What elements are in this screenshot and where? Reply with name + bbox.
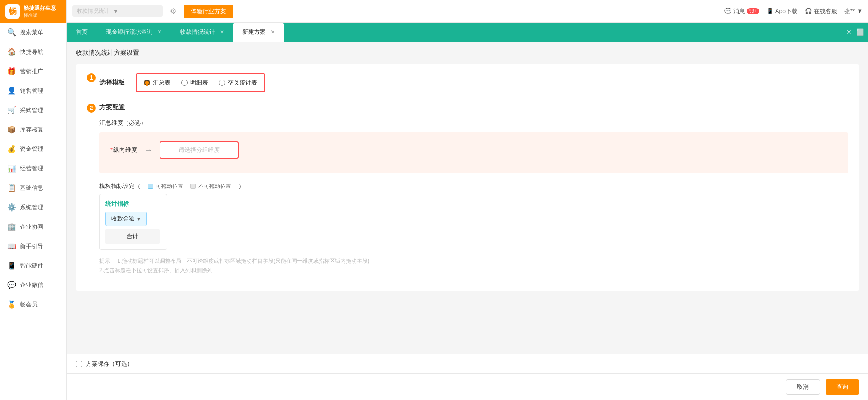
member-icon: 🏅	[7, 300, 16, 309]
close-window-icon[interactable]: ✕	[844, 28, 854, 37]
section2-title: 方案配置	[99, 104, 125, 111]
message-btn[interactable]: 💬 消息 99+	[724, 7, 759, 15]
query-button[interactable]: 查询	[826, 379, 859, 395]
quick-nav-label: 快捷导航	[20, 48, 43, 56]
tab-0[interactable]: 首页	[67, 23, 97, 42]
tabs-bar: 首页现金银行流水查询✕收款情况统计✕新建方案✕ ✕ ⬜	[67, 23, 868, 42]
sidebar-item-purchase[interactable]: 🛒 采购管理	[0, 100, 66, 120]
radio-input-cross[interactable]	[219, 80, 225, 86]
arrow-icon: →	[144, 146, 152, 155]
app-icon: 📱	[766, 8, 774, 14]
sidebar-item-search-menu[interactable]: 🔍 搜索菜单	[0, 23, 66, 42]
metrics-section-label: 统计指标	[105, 200, 161, 208]
logo-icon: 畅	[5, 4, 20, 19]
metrics-table: 统计指标 收款金额 ▼ 合计	[99, 194, 167, 250]
sidebar-item-smart-hw[interactable]: 📱 智能硬件	[0, 256, 66, 275]
sidebar-item-enterprise[interactable]: 🏢 企业协同	[0, 217, 66, 236]
wechat-icon: 💬	[7, 281, 16, 289]
tab-close-3[interactable]: ✕	[270, 29, 275, 35]
tab-3[interactable]: 新建方案✕	[233, 23, 284, 42]
tab-label-1: 现金银行流水查询	[106, 28, 153, 36]
tab-2[interactable]: 收款情况统计✕	[171, 23, 233, 42]
metrics-total-label: 合计	[127, 232, 138, 240]
main-card: 1 选择模板 汇总表 明细表 交叉统计表	[76, 64, 859, 291]
sales-label: 销售管理	[20, 87, 43, 95]
page-title: 收款情况统计方案设置	[76, 49, 859, 57]
movable-legend: 可拖动位置	[148, 183, 183, 190]
system-icon: ⚙️	[7, 203, 16, 212]
purchase-label: 采购管理	[20, 106, 43, 114]
finance-icon: 💰	[7, 145, 16, 153]
save-label: 方案保存（可选）	[86, 360, 133, 368]
online-service-label: 在线客服	[814, 7, 837, 15]
hint-0: 提示： 1.拖动标题栏可以调整布局，不可跨维度或指标区域拖动栏目字段(只能在同一…	[99, 257, 848, 265]
metrics-tag-label: 收款金额	[111, 215, 135, 223]
sidebar-item-wechat[interactable]: 💬 企业微信	[0, 275, 66, 295]
metrics-section: 模板指标设定（ 可拖动位置 不可拖动位置 ）	[99, 182, 848, 274]
metrics-tag[interactable]: 收款金额 ▼	[105, 212, 147, 226]
footer-save: 方案保存（可选）	[67, 354, 868, 373]
finance-label: 资金管理	[20, 145, 43, 153]
fixed-dot	[190, 184, 196, 189]
wechat-label: 企业微信	[20, 281, 43, 289]
quick-nav-icon: 🏠	[7, 47, 16, 56]
metrics-tag-row: 收款金额 ▼	[105, 212, 161, 226]
radio-option-cross[interactable]: 交叉统计表	[219, 79, 257, 87]
tab-label-0: 首页	[76, 28, 88, 36]
sidebar-item-marketing[interactable]: 🎁 营销推广	[0, 61, 66, 81]
online-service-btn[interactable]: 🎧 在线客服	[805, 7, 837, 15]
topbar: 收款情况统计 ▼ ⚙ 体验行业方案 💬 消息 99+ 📱 App下载 🎧 在线客…	[67, 0, 868, 23]
search-menu-icon: 🔍	[7, 28, 16, 37]
dimension-area: 纵向维度 → 请选择分组维度	[99, 132, 848, 173]
topbar-breadcrumb: 收款情况统计 ▼	[72, 5, 163, 17]
search-menu-label: 搜索菜单	[20, 28, 43, 37]
hint-area: 提示： 1.拖动标题栏可以调整布局，不可跨维度或指标区域拖动栏目字段(只能在同一…	[99, 257, 848, 274]
message-icon: 💬	[724, 8, 731, 14]
radio-option-summary[interactable]: 汇总表	[144, 79, 170, 87]
dimension-select[interactable]: 请选择分组维度	[160, 141, 239, 159]
radio-input-summary[interactable]	[144, 80, 150, 86]
topbar-right: 💬 消息 99+ 📱 App下载 🎧 在线客服 张** ▼	[724, 7, 863, 15]
breadcrumb-arrow: ▼	[113, 8, 118, 14]
sidebar-item-quick-nav[interactable]: 🏠 快捷导航	[0, 42, 66, 61]
tab-1[interactable]: 现金银行流水查询✕	[97, 23, 171, 42]
dropdown-arrow-icon: ▼	[137, 216, 141, 221]
sidebar-item-basic-info[interactable]: 📋 基础信息	[0, 178, 66, 198]
user-arrow-icon: ▼	[857, 8, 863, 14]
dimension-config: 汇总维度（必选） 纵向维度 → 请选择分组维度	[99, 119, 848, 274]
sales-icon: 👤	[7, 86, 16, 95]
logo: 畅 畅捷通好生意 标准版	[0, 0, 66, 23]
bottom-bar: 取消 查询	[67, 373, 868, 400]
gear-icon[interactable]: ⚙	[170, 7, 176, 15]
message-label: 消息	[733, 7, 745, 15]
sidebar-item-system[interactable]: ⚙️ 系统管理	[0, 198, 66, 217]
user-menu[interactable]: 张** ▼	[844, 7, 863, 15]
tab-close-2[interactable]: ✕	[220, 29, 224, 35]
radio-input-detail[interactable]	[181, 80, 188, 86]
operations-label: 经营管理	[20, 165, 43, 173]
save-checkbox[interactable]	[76, 361, 82, 367]
member-label: 畅会员	[20, 301, 38, 309]
basic-info-icon: 📋	[7, 184, 16, 192]
sidebar-item-sales[interactable]: 👤 销售管理	[0, 81, 66, 100]
sidebar-item-inventory[interactable]: 📦 库存核算	[0, 120, 66, 139]
hint-1: 2.点击标题栏下拉可设置排序、插入列和删除列	[99, 267, 848, 274]
sidebar-item-member[interactable]: 🏅 畅会员	[0, 295, 66, 314]
maximize-window-icon[interactable]: ⬜	[855, 28, 864, 37]
app-download-btn[interactable]: 📱 App下载	[766, 7, 797, 15]
sidebar: 畅 畅捷通好生意 标准版 🔍 搜索菜单 🏠 快捷导航 🎁 营销推广 👤 销售管理…	[0, 0, 67, 400]
industry-btn[interactable]: 体验行业方案	[184, 5, 233, 18]
radio-option-detail[interactable]: 明细表	[181, 79, 208, 87]
guide-icon: 📖	[7, 242, 16, 250]
sidebar-item-guide[interactable]: 📖 新手引导	[0, 236, 66, 256]
section1-content: 选择模板 汇总表 明细表 交叉统计表	[99, 73, 848, 92]
cancel-button[interactable]: 取消	[786, 379, 820, 395]
sidebar-item-finance[interactable]: 💰 资金管理	[0, 139, 66, 159]
sidebar-item-operations[interactable]: 📊 经营管理	[0, 159, 66, 178]
divider	[87, 98, 848, 98]
vertical-label: 纵向维度	[110, 146, 137, 154]
breadcrumb-text: 收款情况统计	[77, 7, 109, 15]
message-badge: 99+	[747, 8, 759, 14]
tab-close-1[interactable]: ✕	[157, 29, 162, 35]
section1-num: 1	[87, 73, 96, 82]
